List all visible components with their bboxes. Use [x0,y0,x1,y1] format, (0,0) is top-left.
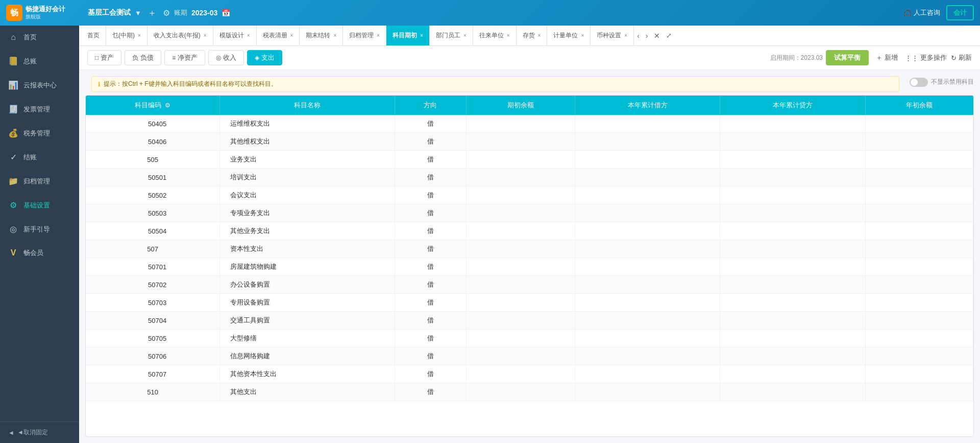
tab-label-unit: 往来单位 [479,31,504,40]
sidebar-item-ledger[interactable]: 📒 总账 [0,49,79,73]
column-settings-icon[interactable]: ⚙ [165,102,170,109]
sidebar-item-member[interactable]: V 畅会员 [0,241,79,265]
add-company-btn[interactable]: ＋ [145,7,159,19]
cell-name: 专用设备购置 [220,294,395,312]
table-row[interactable]: 50501 培训支出 借 [86,169,973,186]
filter-asset-label: 资产 [101,53,114,62]
cell-name: 交通工具购置 [220,312,395,330]
table-row[interactable]: 50705 大型修缮 借 [86,330,973,347]
tab-prev-btn[interactable]: ‹ [634,26,643,46]
cell-ytd-credit [720,258,865,276]
tab-close-unit-measure[interactable]: × [581,33,584,38]
cell-code: 50405 [86,115,220,133]
period-edit-icon[interactable]: 📅 [222,9,230,17]
col-ytd-credit: 本年累计贷方 [720,96,865,115]
sidebar-item-home[interactable]: ⌂ 首页 [0,26,79,49]
table-row[interactable]: 510 其他支出 借 [86,383,973,401]
tab-income[interactable]: 收入支出表(年报) × [148,26,213,46]
tab-close-archive[interactable]: × [377,33,380,38]
tab-currency[interactable]: 币种设置 × [591,26,634,46]
cell-direction: 借 [395,204,467,222]
cell-period-balance [467,169,575,186]
sidebar-label-settings: 基础设置 [23,201,50,210]
service-btn[interactable]: 🎧 人工咨询 [903,8,940,17]
tab-unit[interactable]: 往来单位 × [473,26,517,46]
tab-archive[interactable]: 归档管理 × [343,26,386,46]
table-row[interactable]: 50504 其他业务支出 借 [86,222,973,240]
sidebar-item-settle[interactable]: ✓ 结账 [0,145,79,169]
cell-name: 办公设备购置 [220,276,395,294]
tab-close-balance[interactable]: × [138,33,141,38]
cell-code: 50702 [86,276,220,294]
settings-icon[interactable]: ⚙ [163,8,170,18]
table-row[interactable]: 505 业务支出 借 [86,151,973,169]
filter-expense[interactable]: ◈ 支出 [247,50,282,65]
tab-inventory[interactable]: 存货 × [517,26,548,46]
add-btn[interactable]: ＋ 新增 [873,53,901,62]
table-row[interactable]: 50702 办公设备购置 借 [86,276,973,294]
filter-net-asset[interactable]: ≡ 净资产 [164,50,205,65]
table-row[interactable]: 50706 信息网络购建 借 [86,347,973,365]
tab-department[interactable]: 部门员工 × [430,26,473,46]
cell-ytd-debit [575,312,720,330]
tab-close-all-btn[interactable]: ✕ [651,26,663,46]
trial-balance-btn[interactable]: 试算平衡 [826,50,869,65]
tab-balance[interactable]: 乜(中期) × [106,26,148,46]
table-row[interactable]: 507 资本性支出 借 [86,240,973,258]
more-btn[interactable]: ⋮⋮ 更多操作 [905,53,947,62]
sidebar-item-settings[interactable]: ⚙ 基础设置 [0,193,79,217]
sidebar-item-invoice[interactable]: 🧾 发票管理 [0,97,79,121]
table-row[interactable]: 50405 运维维权支出 借 [86,115,973,133]
cell-ytd-credit [720,204,865,222]
tab-period-end[interactable]: 期末结转 × [300,26,343,46]
tab-subject-init[interactable]: 科目期初 × [386,26,430,46]
tab-close-currency[interactable]: × [624,33,627,38]
cell-name: 其他支出 [220,383,395,401]
sidebar-item-report[interactable]: 📊 云报表中心 [0,73,79,97]
subjects-table: 科目编码 ⚙ 科目名称 方向 期初余额 本年累计借方 本年累计贷方 年初余额 [86,96,973,401]
sidebar-item-guide[interactable]: ◎ 新手引导 [0,217,79,241]
toggle-disabled-subjects[interactable] [910,78,928,87]
table-row[interactable]: 50703 专用设备购置 借 [86,294,973,312]
filter-income[interactable]: ◎ 收入 [208,50,244,65]
sidebar-item-tax[interactable]: 💰 税务管理 [0,121,79,145]
table-row[interactable]: 50502 会议支出 借 [86,186,973,204]
company-dropdown-icon[interactable]: ▼ [135,9,141,17]
refresh-label: 刷新 [959,53,972,62]
cell-code: 505 [86,151,220,169]
table-row[interactable]: 50701 房屋建筑物购建 借 [86,258,973,276]
table-row[interactable]: 50406 其他维权支出 借 [86,133,973,151]
table-row[interactable]: 50707 其他资本性支出 借 [86,365,973,383]
expense-icon: ◈ [255,54,259,61]
tab-tax[interactable]: 税表清册 × [257,26,300,46]
tab-close-income[interactable]: × [204,33,207,38]
tab-expand-btn[interactable]: ⤢ [663,26,675,46]
tab-unit-measure[interactable]: 计量单位 × [547,26,591,46]
collapse-btn[interactable]: ◄ ◄取消固定 [8,428,71,437]
tab-close-template[interactable]: × [247,33,250,38]
table-row[interactable]: 50503 专项业务支出 借 [86,204,973,222]
tab-home[interactable]: 首页 [81,26,106,46]
tab-label-tax: 税表清册 [263,31,287,40]
tab-label-inventory: 存货 [523,31,535,40]
guide-icon: ◎ [8,224,18,234]
cell-name: 运维维权支出 [220,115,395,133]
tab-template[interactable]: 模版设计 × [213,26,257,46]
filter-liability[interactable]: 负 负债 [125,50,161,65]
tab-close-department[interactable]: × [463,33,467,38]
tab-close-period-end[interactable]: × [333,33,336,38]
tab-close-subject-init[interactable]: × [420,33,423,38]
tab-close-tax[interactable]: × [290,33,293,38]
filter-asset[interactable]: □ 资产 [87,50,121,65]
cell-direction: 借 [395,258,467,276]
account-btn[interactable]: 会计 [946,5,974,20]
table-row[interactable]: 50704 交通工具购置 借 [86,312,973,330]
tab-next-btn[interactable]: › [643,26,651,46]
sidebar-item-archive[interactable]: 📁 归档管理 [0,169,79,193]
tab-close-inventory[interactable]: × [538,33,541,38]
cell-code: 50502 [86,186,220,204]
cell-direction: 借 [395,151,467,169]
collapse-label: ◄取消固定 [17,428,48,437]
refresh-btn[interactable]: ↻ 刷新 [951,53,972,62]
tab-close-unit[interactable]: × [507,33,510,38]
